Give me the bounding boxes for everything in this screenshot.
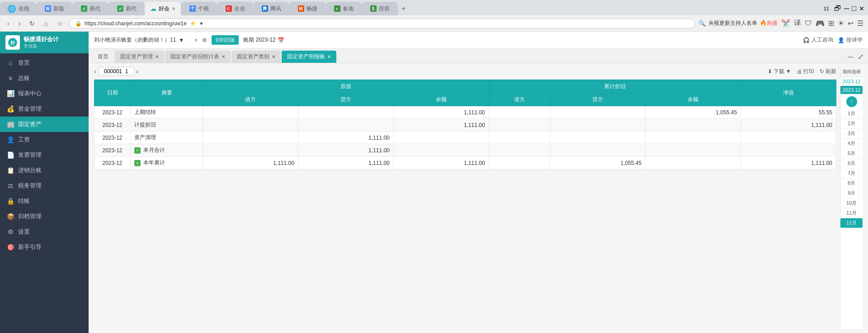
minimize-panel-btn[interactable]: ─ [847, 52, 854, 62]
browser-tab-haohui[interactable]: ☁ 好会 ✕ [145, 2, 181, 15]
refresh-btn[interactable]: ↻ 刷新 [820, 68, 836, 75]
brightness-btn[interactable]: ☀ [838, 19, 844, 28]
sidebar-item-funds[interactable]: 💰 资金管理 [0, 101, 89, 117]
translate-btn[interactable]: 译 [794, 19, 801, 28]
tab-count-badge: 11 [821, 5, 831, 12]
service-btn[interactable]: 🎧 人工咨询 [803, 36, 833, 44]
tab-fixed-assets-mgmt[interactable]: 固定资产管理 ✕ [115, 51, 164, 63]
maximize-icon[interactable]: □ [852, 5, 856, 13]
tab-depreciation-stats[interactable]: 固定资产折旧统计表 ✕ [165, 51, 231, 63]
download-btn[interactable]: ⬇ 下载 ▼ [768, 68, 791, 75]
period-year-2023[interactable]: 2023.12 [840, 77, 863, 86]
close-window-icon[interactable]: ✕ [859, 5, 864, 12]
grid-layout-btn[interactable]: ⊞ [828, 19, 834, 28]
tab-asset-category[interactable]: 固定资产类别 ✕ [231, 51, 281, 63]
shield-btn[interactable]: 🛡 [805, 19, 812, 28]
col-original-group: 原值 [203, 80, 489, 94]
col-orig-credit: 贷方 [298, 94, 393, 106]
sidebar-item-reports[interactable]: 📊 报表中心 [0, 86, 89, 101]
minimize-icon[interactable]: ─ [844, 5, 849, 13]
period-month-7[interactable]: 7月 [840, 169, 863, 178]
address-bar[interactable]: 🔒 https://cloud.chanjet.com/accounting/u… [69, 19, 695, 28]
browser-tab-yidai1[interactable]: ✓ 易代 [72, 2, 108, 15]
cell-net: 1,111.00 [741, 119, 836, 131]
expand-panel-btn[interactable]: ⤢ [857, 52, 864, 62]
switch-version-btn[interactable]: 切到旧版 [212, 35, 239, 45]
sidebar-item-ledger[interactable]: ≡ 总账 [0, 70, 89, 86]
toolbar-right: ⬇ 下载 ▼ 🖨 打印 ↻ 刷新 [768, 68, 836, 75]
browser-tab-yidai2[interactable]: ✓ 易代 [108, 2, 145, 15]
col-acc-credit: 贷方 [550, 94, 646, 106]
sidebar-item-closing[interactable]: 🔒 结账 [0, 193, 89, 209]
period-year-active[interactable]: 2023.12 [840, 86, 863, 94]
new-tab-btn[interactable]: + [398, 2, 409, 15]
sidebar-item-settings[interactable]: ⚙ 设置 [0, 224, 89, 239]
tab-close-btn[interactable]: ✕ [172, 6, 175, 11]
address-dropdown-icon[interactable]: ▼ [199, 21, 204, 26]
sidebar-item-fixed-assets[interactable]: 🏢 固定资产 [0, 117, 89, 132]
reload-btn[interactable]: ↻ [27, 19, 38, 28]
period-month-11[interactable]: 11月 [840, 208, 863, 218]
tab-close-icon[interactable]: ✕ [272, 54, 275, 59]
browser-tab-new[interactable]: W 新版 [36, 2, 72, 15]
browser-tab-muqian[interactable]: S 目前 [362, 2, 398, 15]
sidebar-item-label: 新手引导 [18, 243, 42, 251]
tab-close-icon[interactable]: ✕ [222, 54, 225, 59]
browser-tab-gedi[interactable]: ≡ 各地 [326, 2, 362, 15]
tab-close-icon[interactable]: ✕ [327, 54, 331, 59]
grid-icon: ≡ [334, 5, 340, 12]
cell-orig-balance: 1,111.00 [393, 157, 489, 169]
period-month-3[interactable]: 3月 [840, 129, 863, 139]
history-btn[interactable]: ↩ [848, 19, 854, 28]
game-btn[interactable]: 🎮 [816, 19, 825, 28]
browser-tab-changjie[interactable]: M 畅捷 [289, 2, 326, 15]
period-month-6[interactable]: 6月 [840, 159, 863, 169]
browser-tab-geshui[interactable]: 个 个税 [181, 2, 217, 15]
prev-page-btn[interactable]: ‹ [94, 68, 96, 75]
calendar-icon: 📅 [278, 37, 284, 43]
sidebar-item-guide[interactable]: 🎯 新手引导 [0, 239, 89, 255]
cell-orig-debit [203, 119, 298, 131]
period-month-12[interactable]: 12月 [840, 218, 863, 228]
settings-small-btn[interactable]: ⚙ [202, 37, 207, 43]
restore-icon[interactable]: 🗗 [834, 5, 841, 13]
home-nav-btn[interactable]: ⌂ [41, 19, 50, 28]
forward-btn[interactable]: › [16, 19, 24, 28]
next-page-btn[interactable]: › [136, 68, 138, 75]
period-month-2[interactable]: 2月 [840, 119, 863, 129]
period-month-1[interactable]: 1月 [840, 109, 863, 119]
tab-asset-ledger[interactable]: 固定资产明细账 ✕ [282, 51, 336, 63]
sidebar-item-tax[interactable]: ⚖ 税务管理 [0, 178, 89, 193]
browser-tab-qiye[interactable]: C 企业 [217, 2, 253, 15]
browser-tab-online[interactable]: 🌐 在线 [0, 2, 36, 15]
sidebar-item-archive[interactable]: 📦 归档管理 [0, 209, 89, 224]
sidebar-item-salary[interactable]: 👤 工资 [0, 132, 89, 147]
bookmark-btn[interactable]: ☆ [54, 19, 66, 28]
menu-btn[interactable]: ☰ [857, 19, 863, 28]
sidebar-item-purchase[interactable]: 📋 进销台账 [0, 163, 89, 178]
period-month-9[interactable]: 9月 [840, 188, 863, 198]
topbar-right: 🎧 人工咨询 👤 徐译华 [803, 36, 863, 44]
settings-icon: ⚙ [6, 228, 14, 235]
back-btn[interactable]: ‹ [5, 19, 12, 28]
account-selector[interactable]: 刘小艳演示账套（勿删勿动！）11 ▼ [94, 36, 184, 44]
period-month-5[interactable]: 5月 [840, 149, 863, 159]
tab-label: 易代 [126, 5, 137, 13]
print-btn[interactable]: 🖨 打印 [797, 68, 814, 75]
tab-close-icon[interactable]: ✕ [155, 54, 159, 59]
user-info[interactable]: 👤 徐译华 [838, 36, 863, 44]
browser-tab-tencent[interactable]: 腾 腾讯 [253, 2, 289, 15]
period-scroll-up[interactable]: ↑ [846, 96, 857, 107]
scissors-btn[interactable]: ✂️ [781, 19, 790, 28]
tab-home[interactable]: 首页 [92, 51, 114, 63]
page-input[interactable]: 000001 1 [98, 67, 134, 76]
sidebar-item-home[interactable]: ⌂ 首页 [0, 55, 89, 70]
sidebar-title-block: 畅捷通好会计 专业版 [24, 36, 59, 49]
period-month-10[interactable]: 10月 [840, 198, 863, 208]
period-month-8[interactable]: 8月 [840, 178, 863, 188]
col-acc-debit: 借方 [489, 94, 550, 106]
app-edition: 专业版 [24, 43, 59, 49]
sidebar-item-invoice[interactable]: 📄 发票管理 [0, 147, 89, 163]
add-account-btn[interactable]: + [194, 37, 198, 43]
period-month-4[interactable]: 4月 [840, 139, 863, 149]
